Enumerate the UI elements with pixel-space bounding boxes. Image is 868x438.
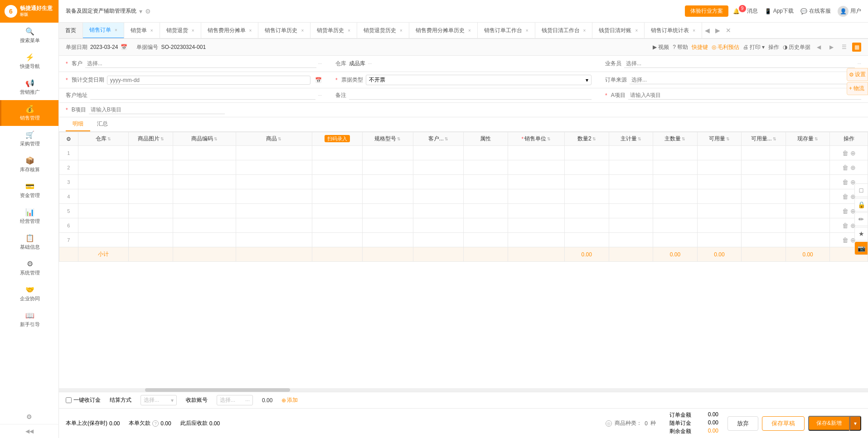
tab-4[interactable]: 销售费用分摊单×	[201, 23, 259, 39]
sort-icon-customer_code[interactable]: ⇅	[445, 137, 448, 141]
warehouse-more-icon[interactable]: ···	[368, 61, 372, 66]
float-btn-5[interactable]: 📷	[854, 241, 868, 255]
sort-icon-available2[interactable]: ⇅	[773, 137, 776, 141]
tab-close-10[interactable]: ×	[583, 28, 586, 33]
delete-icon-6[interactable]: 🗑	[842, 222, 849, 229]
delete-icon-3[interactable]: 🗑	[842, 178, 849, 186]
sidebar-collapse-btn[interactable]: ◀◀	[0, 424, 58, 438]
sort-icon-qty2[interactable]: ⇅	[592, 137, 596, 141]
tab-close-5[interactable]: ×	[301, 28, 304, 33]
th-action[interactable]: 操作	[830, 132, 868, 146]
tab-nav-close[interactable]: ✕	[723, 27, 734, 34]
sort-icon-stock[interactable]: ⇅	[815, 137, 818, 141]
tab-6[interactable]: 销货单历史×	[310, 23, 357, 39]
history-btn[interactable]: ◑ 历史单据	[783, 43, 810, 51]
receipt-account-select[interactable]: 选择... ···	[217, 395, 253, 405]
operate-btn[interactable]: 操作	[768, 43, 779, 51]
tab-1[interactable]: 销售订单×	[83, 23, 124, 39]
cell-2-action[interactable]: 🗑⊕	[830, 160, 868, 175]
arrears-info-icon[interactable]: ?	[152, 420, 159, 427]
tab-close-2[interactable]: ×	[150, 28, 153, 33]
tab-11[interactable]: 钱货日清对账×	[592, 23, 645, 39]
salesperson-input[interactable]	[624, 59, 855, 68]
settings-icon-topbar[interactable]: ⚙	[145, 8, 151, 15]
tab-close-12[interactable]: ×	[693, 28, 695, 33]
sort-icon-product[interactable]: ⇅	[278, 137, 281, 141]
user-avatar[interactable]: 👤 用户	[838, 6, 861, 17]
auto-settle-input[interactable]	[66, 397, 72, 403]
online-service-btn[interactable]: 💬 在线客服	[800, 7, 831, 15]
delivery-calendar-icon[interactable]: 📅	[315, 77, 322, 83]
sidebar-item-5[interactable]: 📦库存核算	[0, 152, 58, 178]
help-btn[interactable]: ? 帮助	[673, 43, 688, 51]
detail-tab-1[interactable]: 汇总	[90, 117, 115, 131]
notification-bell[interactable]: 🔔 9 消息	[733, 7, 758, 15]
sidebar-item-8[interactable]: 📋基础信息	[0, 229, 58, 255]
sort-icon-main_unit[interactable]: ⇅	[638, 137, 641, 141]
th-settings[interactable]: ⚙	[59, 132, 78, 146]
b-project-input[interactable]	[89, 106, 225, 114]
sort-icon-image[interactable]: ⇅	[160, 137, 164, 141]
tab-nav-next[interactable]: ▶	[713, 27, 723, 34]
app-download-btn[interactable]: 📱 App下载	[765, 7, 794, 15]
delete-icon-1[interactable]: 🗑	[842, 149, 849, 157]
auto-settle-checkbox[interactable]: 一键收订金	[66, 396, 101, 404]
delivery-date-input[interactable]	[107, 76, 310, 85]
tab-close-8[interactable]: ×	[468, 28, 471, 33]
salesperson-more-icon[interactable]: ···	[858, 61, 861, 66]
copy-icon-1[interactable]: ⊕	[850, 149, 856, 157]
sidebar-item-7[interactable]: 📊经营管理	[0, 203, 58, 229]
sort-icon-unit[interactable]: ⇅	[547, 137, 551, 141]
list-view-btn[interactable]: ☰	[839, 43, 849, 52]
settle-method-select[interactable]: 选择... ▾	[141, 395, 177, 405]
save-new-split-btn[interactable]: ▾	[849, 416, 861, 431]
sort-icon-code[interactable]: ⇅	[214, 137, 218, 141]
tab-5[interactable]: 销售订单历史×	[258, 23, 310, 39]
cell-1-action[interactable]: 🗑⊕	[830, 146, 868, 160]
table-wrapper[interactable]: ⚙仓库⇅商品图片⇅商品编码⇅商品⇅扫码录入规格型号⇅客户...⇅属性* 销售单位…	[59, 132, 868, 388]
tab-close-11[interactable]: ×	[635, 28, 638, 33]
grid-view-btn[interactable]: ▦	[852, 43, 861, 52]
sidebar-item-6[interactable]: 💳资金管理	[0, 178, 58, 203]
save-new-main-btn[interactable]: 保存&新增	[808, 416, 849, 431]
tab-close-7[interactable]: ×	[400, 28, 402, 33]
tab-2[interactable]: 销货单×	[124, 23, 160, 39]
copy-icon-2[interactable]: ⊕	[850, 164, 856, 171]
th-scan[interactable]: 扫码录入	[312, 132, 363, 146]
nav-next-btn[interactable]: ▶	[827, 43, 836, 52]
sort-icon-spec[interactable]: ⇅	[397, 137, 401, 141]
save-draft-btn[interactable]: 保存草稿	[762, 416, 805, 431]
view-btn[interactable]: ▶ 视频	[653, 43, 669, 51]
addr-more-icon[interactable]: ···	[318, 93, 322, 98]
customer-input[interactable]	[85, 59, 316, 68]
tab-7[interactable]: 销货退货历史×	[357, 23, 409, 39]
customer-addr-input[interactable]	[90, 91, 315, 100]
tab-0[interactable]: 首页	[59, 23, 83, 39]
nav-prev-btn[interactable]: ◀	[814, 43, 823, 52]
delete-icon-2[interactable]: 🗑	[842, 164, 849, 171]
horizontal-scrollbar[interactable]	[59, 388, 868, 392]
a-project-input[interactable]	[628, 91, 861, 100]
sidebar-item-1[interactable]: ⚡快捷导航	[0, 48, 58, 74]
sidebar-item-0[interactable]: 🔍搜索菜单	[0, 23, 58, 48]
tab-close-1[interactable]: ×	[115, 28, 117, 33]
sidebar-item-10[interactable]: 🤝企业协同	[0, 281, 58, 307]
sidebar-item-2[interactable]: 📢营销推广	[0, 74, 58, 100]
sidebar-item-4[interactable]: 🛒采购管理	[0, 126, 58, 152]
delete-icon-7[interactable]: 🗑	[842, 236, 849, 244]
customer-more-icon[interactable]: ···	[318, 61, 322, 66]
tab-9[interactable]: 销售订单工作台×	[478, 23, 535, 39]
tab-3[interactable]: 销货退货×	[160, 23, 201, 39]
settings-side-btn[interactable]: ⚙ 设置	[847, 68, 868, 81]
tab-10[interactable]: 钱货日清工作台×	[535, 23, 593, 39]
shortcut-btn[interactable]: 快捷键	[692, 43, 708, 51]
remarks-input[interactable]	[349, 91, 592, 100]
sort-icon-available[interactable]: ⇅	[726, 137, 730, 141]
product-type-icon[interactable]: ◎	[606, 420, 612, 427]
scrollbar-thumb[interactable]	[145, 388, 290, 392]
add-btn[interactable]: ⊕ 添加	[281, 396, 298, 404]
tab-nav-prev[interactable]: ◀	[702, 27, 713, 34]
discard-btn[interactable]: 放弃	[727, 416, 758, 431]
sidebar-item-11[interactable]: 📖新手引导	[0, 307, 58, 332]
tab-close-6[interactable]: ×	[348, 28, 350, 33]
